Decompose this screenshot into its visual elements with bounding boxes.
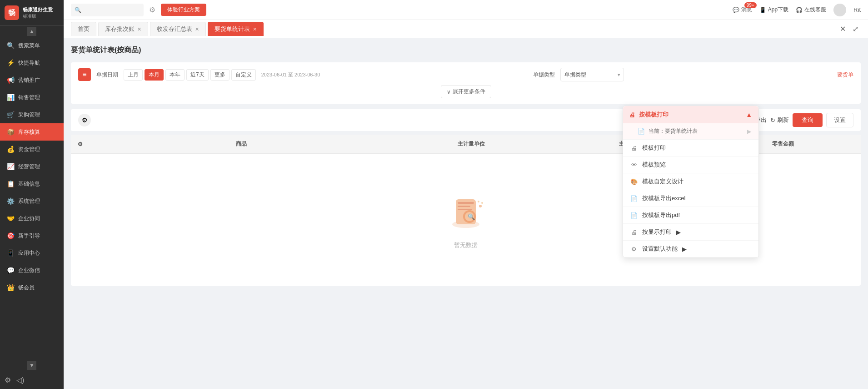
tab-label: 要货单统计表 [215,25,250,33]
template-print-label: 模板打印 [642,144,666,152]
yao-huo-label: 要货单 [837,71,853,79]
dropdown-item-display-print[interactable]: 🖨 按显示打印 ▶ [623,224,758,241]
messages-btn[interactable]: 💬 消息 99+ [733,6,752,14]
sound-footer-icon[interactable]: ◁) [16,376,24,384]
last-7-days-btn[interactable]: 近7天 [186,69,209,81]
current-template-arrow: ▶ [747,128,751,135]
empty-icon: 🔍 [443,190,489,236]
finance-icon: 💰 [6,145,15,153]
dropdown-item-template-print[interactable]: 🖨 模板打印 [623,140,758,157]
dropdown-current-template[interactable]: 📄 当前：要货单统计表 ▶ [623,123,758,140]
expand-tabs-btn[interactable]: ⤢ [850,24,861,35]
dropdown-item-template-design[interactable]: 🎨 模板自定义设计 [623,173,758,190]
sidebar-item-purchase[interactable]: 🛒 采购管理 [0,106,64,123]
search-menu-icon: 🔍 [6,41,15,50]
set-default-arrow: ▶ [682,246,687,253]
tab-close-icon[interactable]: ✕ [137,26,141,32]
sidebar-scroll-down[interactable]: ▼ [0,360,64,371]
doc-type-select[interactable]: 单据类型 [560,68,624,81]
export-excel-icon: 📄 [630,195,638,202]
sidebar-item-app-center[interactable]: 📱 应用中心 [0,244,64,262]
topbar-search[interactable]: 🔍 [71,4,144,16]
doc-type-select-wrapper: 单据类型 [560,68,624,81]
sidebar-item-operations[interactable]: 📈 经营管理 [0,158,64,175]
main-area: 🔍 ⚙ 体验行业方案 💬 消息 99+ 📱 App下载 🎧 在线客服 Rit [64,0,868,389]
sidebar-item-enterprise[interactable]: 🤝 企业协同 [0,210,64,227]
expand-condition-btn[interactable]: ∨ 展开更多条件 [441,85,491,98]
more-date-btn[interactable]: 更多 [210,69,229,81]
wechat-icon: 💬 [6,266,15,274]
app-download-btn[interactable]: 📱 App下载 [759,6,788,14]
inventory-icon: 📦 [6,128,15,136]
close-all-tabs-btn[interactable]: ✕ [837,24,848,35]
dropdown-panel: 🖨 按模板打印 ▲ 📄 当前：要货单统计表 ▶ 🖨 模板打印 👁 模板预览 [623,106,759,258]
sidebar-item-label: 快捷导航 [18,59,40,67]
th-product: 商品 [89,138,394,150]
dropdown-item-template-preview[interactable]: 👁 模板预览 [623,157,758,173]
sidebar-item-quick-nav[interactable]: ⚡ 快捷导航 [0,54,64,71]
sidebar-item-system[interactable]: ⚙️ 系统管理 [0,192,64,210]
sidebar-scroll-up[interactable]: ▲ [0,26,64,37]
tab-close-icon[interactable]: ✕ [195,26,199,32]
template-design-label: 模板自定义设计 [642,177,683,186]
current-month-btn[interactable]: 本月 [145,69,164,81]
settings-footer-icon[interactable]: ⚙ [5,376,11,384]
sidebar-item-label: 营销推广 [18,76,40,84]
avatar[interactable] [833,4,846,16]
app-download-label: App下载 [768,6,788,14]
svg-rect-4 [458,209,472,210]
sidebar-item-newbie[interactable]: 🎯 新手引导 [0,227,64,244]
sidebar-item-member[interactable]: 👑 畅会员 [0,279,64,296]
sidebar-item-sales[interactable]: 📊 销售管理 [0,89,64,106]
refresh-btn[interactable]: ↻ 刷新 [770,116,789,124]
sidebar-item-basic-info[interactable]: 📋 基础信息 [0,175,64,192]
settings-btn[interactable]: 设置 [826,113,853,127]
expand-icon: ≡ [82,71,86,79]
dropdown-item-export-excel[interactable]: 📄 按模板导出excel [623,190,758,207]
sidebar-item-label: 库存核算 [18,128,40,136]
dropdown-item-set-default[interactable]: ⚙ 设置默认功能 ▶ [623,241,758,258]
dropdown-header[interactable]: 🖨 按模板打印 ▲ [623,106,758,123]
sidebar-logo: 畅 畅康通好生意 标准版 [0,0,64,26]
sidebar-item-finance[interactable]: 💰 资金管理 [0,141,64,158]
content-area: 要货单统计表(按商品) ≡ 单据日期 上月 本月 本年 近7天 更多 自定义 2… [64,38,868,389]
display-print-label: 按显示打印 [642,228,672,236]
last-month-btn[interactable]: 上月 [124,69,143,81]
current-year-btn[interactable]: 本年 [165,69,185,81]
username-label: Rit [853,6,861,13]
messages-badge: 99+ [744,2,757,8]
basic-info-icon: 📋 [6,180,15,188]
online-service-btn[interactable]: 🎧 在线客服 [796,6,826,14]
scroll-down-btn[interactable]: ▼ [27,361,36,370]
page-title: 要货单统计表(按商品) [71,45,861,55]
row-settings-btn[interactable]: ⚙ [78,114,91,126]
trial-btn[interactable]: 体验行业方案 [161,4,206,16]
system-icon: ⚙️ [6,197,15,205]
template-preview-label: 模板预览 [642,161,666,169]
sidebar-item-marketing[interactable]: 📢 营销推广 [0,71,64,89]
sidebar-item-label: 基础信息 [18,180,40,188]
tab-order-stats[interactable]: 要货单统计表 ✕ [208,22,264,36]
query-btn[interactable]: 查询 [793,113,823,127]
scroll-up-btn[interactable]: ▲ [27,27,36,36]
custom-date-btn[interactable]: 自定义 [231,69,256,81]
filter-expand-btn[interactable]: ≡ [78,68,91,81]
marketing-icon: 📢 [6,76,15,84]
dropdown-item-export-pdf[interactable]: 📄 按模板导出pdf [623,207,758,224]
th-settings[interactable]: ⚙ [71,139,89,149]
app-center-icon: 📱 [6,249,15,257]
svg-point-8 [479,205,482,207]
th-unit: 主计量单位 [394,138,549,150]
tab-home[interactable]: 首页 [71,22,96,36]
tab-inventory-batch[interactable]: 库存批次账 ✕ [98,22,148,36]
svg-text:🔍: 🔍 [468,213,475,221]
tab-close-icon[interactable]: ✕ [253,26,257,32]
topbar-gear-icon[interactable]: ⚙ [149,5,155,14]
sidebar-item-search-menu[interactable]: 🔍 搜索菜单 [0,37,64,54]
sidebar-item-wechat[interactable]: 💬 企业微信 [0,262,64,279]
tab-receipt-summary[interactable]: 收发存汇总表 ✕ [150,22,206,36]
dropdown-chevron-icon[interactable]: ▲ [746,111,752,118]
svg-rect-3 [458,206,470,207]
online-service-label: 在线客服 [804,6,826,14]
sidebar-item-inventory[interactable]: 📦 库存核算 [0,123,64,141]
